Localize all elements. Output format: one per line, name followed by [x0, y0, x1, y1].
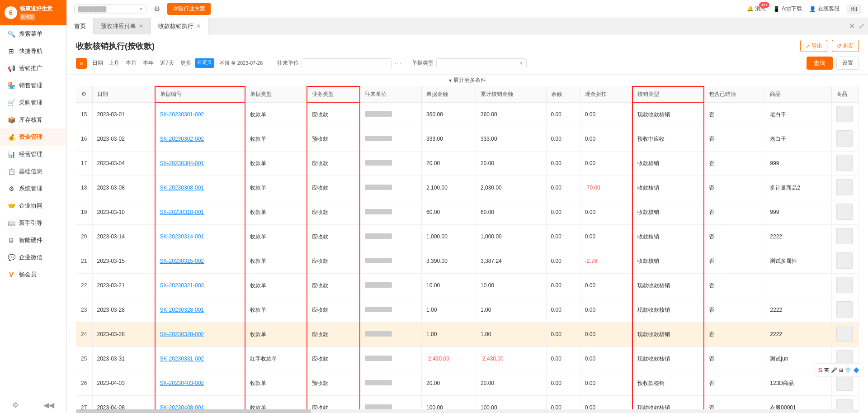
- voucher-no-link[interactable]: SK-20230403-002: [160, 380, 204, 386]
- table-scrollbar[interactable]: [76, 409, 859, 413]
- query-button[interactable]: 查询: [807, 57, 833, 70]
- sidebar-item-wechat[interactable]: 💬 企业微信: [0, 249, 66, 266]
- date-range-display: 不限 至 2023-07-26: [220, 60, 263, 66]
- th-product2[interactable]: 商品: [832, 86, 859, 102]
- sidebar-item-guide[interactable]: 📖 新手引导: [0, 214, 66, 232]
- more-dates-button[interactable]: 更多: [178, 58, 194, 68]
- voucher-no-link[interactable]: SK-20230328-001: [160, 307, 204, 313]
- table-row: 19 2023-03-10 SK-20230310-001 收款单 应收款 60…: [76, 200, 859, 224]
- sidebar-bottom: ⚙ ◀◀: [0, 397, 66, 413]
- partner-input[interactable]: [302, 58, 392, 68]
- cell-include-settled: 否: [704, 176, 765, 200]
- table-container[interactable]: ⚙ 日期 单据编号 单据类型 业务类型 往来单位 单据金额 累计核销金额 余额 …: [67, 86, 868, 409]
- topbar-search-input[interactable]: ████████ ▾: [74, 4, 146, 14]
- table-scrollbar-thumb[interactable]: [76, 409, 311, 413]
- cell-biz-type: 预收款: [307, 127, 360, 151]
- tab-home[interactable]: 首页: [67, 18, 94, 34]
- voucher-no-link[interactable]: SK-20230310-001: [160, 209, 204, 215]
- cell-partner: [360, 127, 421, 151]
- cell-no: 15: [76, 102, 92, 127]
- sidebar-item-purchase[interactable]: 🛒 采购管理: [0, 94, 66, 111]
- tab-write-off[interactable]: 收款核销执行 ✕: [151, 18, 208, 34]
- sidebar-item-hardware[interactable]: 🖥 智能硬件: [0, 232, 66, 249]
- sidebar-item-inventory[interactable]: 📦 库存核算: [0, 111, 66, 128]
- voucher-no-link[interactable]: SK-20230314-001: [160, 233, 204, 240]
- sidebar-item-collab[interactable]: 🤝 企业协同: [0, 197, 66, 214]
- sidebar-item-finance[interactable]: 💰 资金管理: [0, 128, 66, 146]
- voucher-no-link[interactable]: SK-20230331-002: [160, 356, 204, 362]
- app-download-button[interactable]: 📱 App下载: [773, 5, 802, 13]
- cell-product: 2222: [765, 298, 832, 322]
- sidebar-item-operation[interactable]: 📊 经营管理: [0, 146, 66, 163]
- voucher-no-link[interactable]: SK-20230308-001: [160, 185, 204, 191]
- th-voucher-type[interactable]: 单据类型: [245, 86, 307, 102]
- tab-advance[interactable]: 预收冲应付单 ✕: [94, 18, 151, 34]
- this-year-button[interactable]: 本年: [140, 58, 156, 68]
- last-month-button[interactable]: 上月: [106, 58, 122, 68]
- collapse-icon[interactable]: ◀◀: [43, 401, 54, 409]
- cell-product: 老白干: [765, 102, 832, 127]
- cell-date: 2023-03-10: [92, 200, 155, 224]
- filter-toggle-button[interactable]: »: [76, 58, 87, 69]
- expand-conditions-button[interactable]: ▾ 展开更多条件: [449, 76, 486, 84]
- th-cash-discount[interactable]: 现金折扣: [580, 86, 632, 102]
- th-write-off-amount[interactable]: 累计核销金额: [476, 86, 546, 102]
- th-write-off-type[interactable]: 核销类型: [632, 86, 703, 102]
- voucher-no-link[interactable]: SK-20230302-002: [160, 136, 204, 142]
- sidebar-item-member[interactable]: V 畅会员: [0, 266, 66, 283]
- th-biz-type[interactable]: 业务类型: [307, 86, 360, 102]
- user-avatar[interactable]: Rit: [847, 5, 861, 14]
- cell-amount: 60.00: [422, 200, 476, 224]
- th-balance[interactable]: 余额: [546, 86, 580, 102]
- cell-voucher-type: 收款单: [245, 273, 307, 298]
- th-date[interactable]: 日期: [92, 86, 155, 102]
- voucher-type-select[interactable]: ▾: [436, 58, 527, 68]
- tab-write-off-close[interactable]: ✕: [196, 23, 201, 29]
- th-product[interactable]: 商品: [765, 86, 832, 102]
- cell-product2: [832, 176, 859, 200]
- table-row: 23 2023-03-28 SK-20230328-001 收款单 应收款 1.…: [76, 298, 859, 322]
- settings-icon[interactable]: ⚙: [154, 5, 160, 13]
- th-amount[interactable]: 单据金额: [422, 86, 476, 102]
- notification-button[interactable]: 🔔 消息 99+: [747, 5, 766, 13]
- voucher-no-link[interactable]: SK-20230315-002: [160, 258, 204, 264]
- sidebar-item-system[interactable]: ⚙ 系统管理: [0, 180, 66, 197]
- sidebar-item-basic[interactable]: 📋 基础信息: [0, 163, 66, 180]
- voucher-no-link[interactable]: SK-20230408-001: [160, 404, 204, 409]
- voucher-no-link[interactable]: SK-20230321-003: [160, 282, 204, 289]
- cell-balance: 0.00: [546, 224, 580, 249]
- cell-biz-type: 应收款: [307, 151, 360, 176]
- th-gear[interactable]: ⚙: [76, 86, 92, 102]
- cell-partner: [360, 224, 421, 249]
- voucher-no-link[interactable]: SK-20230328-002: [160, 331, 204, 337]
- cell-voucher-no: SK-20230328-002: [155, 322, 245, 347]
- sidebar-item-marketing[interactable]: 📢 营销推广: [0, 60, 66, 77]
- topbar: ████████ ▾ ⚙ 体验行业方案 🔔 消息 99+ 📱 App下载 👤 在…: [67, 0, 868, 18]
- industry-solution-button[interactable]: 体验行业方案: [167, 3, 211, 15]
- voucher-no-link[interactable]: SK-20230304-001: [160, 160, 204, 166]
- refresh-button[interactable]: ↺ 刷新: [832, 40, 859, 52]
- voucher-no-link[interactable]: SK-20230301-002: [160, 111, 204, 118]
- maximize-icon[interactable]: ⤢: [859, 22, 864, 30]
- th-partner[interactable]: 往来单位: [360, 86, 421, 102]
- export-button[interactable]: ↗ 导出: [800, 40, 827, 52]
- tab-advance-close[interactable]: ✕: [139, 23, 143, 29]
- sidebar-item-nav[interactable]: ⊞ 快捷导航: [0, 43, 66, 60]
- th-include-settled[interactable]: 包含已结清: [704, 86, 765, 102]
- custom-date-button[interactable]: 自定义: [195, 58, 214, 68]
- sidebar-item-sales[interactable]: 🏪 销售管理: [0, 77, 66, 94]
- this-month-button[interactable]: 本月: [123, 58, 139, 68]
- online-service-button[interactable]: 👤 在线客服: [809, 5, 840, 13]
- cell-write-off-amount: 1,000.00: [476, 224, 546, 249]
- sidebar-item-search[interactable]: 🔍 搜索菜单: [0, 25, 66, 43]
- partner-dots[interactable]: ···: [395, 60, 402, 66]
- cell-include-settled: 否: [704, 298, 765, 322]
- close-all-icon[interactable]: ✕: [849, 22, 855, 30]
- table-row: 16 2023-03-02 SK-20230302-002 收款单 预收款 33…: [76, 127, 859, 151]
- setting-button[interactable]: 设置: [836, 57, 859, 70]
- sales-icon: 🏪: [7, 81, 15, 90]
- settings-bottom-icon[interactable]: ⚙: [12, 401, 19, 409]
- th-voucher-no[interactable]: 单据编号: [155, 86, 245, 102]
- partner-filter-group: 往来单位 ···: [277, 58, 402, 68]
- last-7-days-button[interactable]: 近7天: [157, 58, 177, 68]
